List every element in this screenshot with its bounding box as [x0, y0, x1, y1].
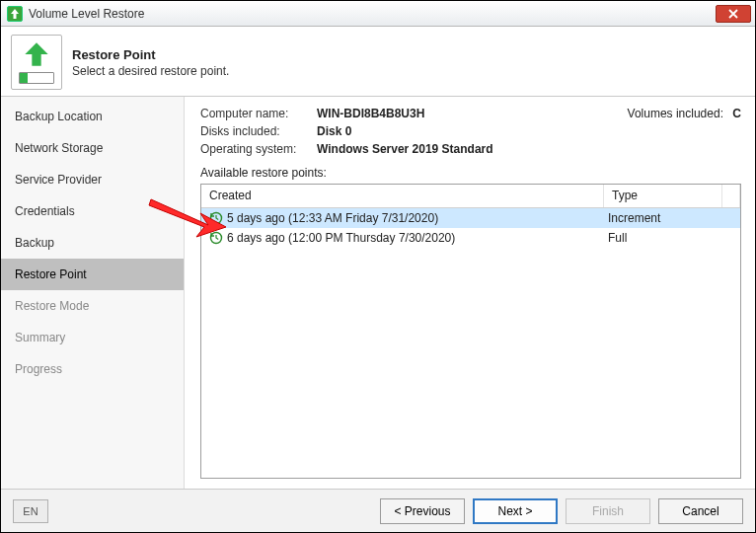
cell-type: Increment: [604, 211, 740, 225]
step-network-storage[interactable]: Network Storage: [1, 132, 184, 164]
cell-created: 6 days ago (12:00 PM Thursday 7/30/2020): [205, 231, 604, 245]
step-restore-point[interactable]: Restore Point: [1, 259, 184, 290]
wizard-header: Restore Point Select a desired restore p…: [1, 27, 755, 97]
window-title: Volume Level Restore: [29, 7, 716, 21]
available-restore-points-label: Available restore points:: [200, 166, 741, 180]
main-panel: Volumes included: C Computer name: WIN-B…: [185, 97, 755, 489]
col-type[interactable]: Type: [604, 185, 722, 207]
restore-points-grid: Created Type 5 days ago (12:33 AM Friday…: [200, 184, 741, 479]
wizard-body: Backup Location Network Storage Service …: [1, 97, 755, 489]
restore-icon: [11, 35, 62, 90]
wizard-header-text: Restore Point Select a desired restore p…: [72, 47, 229, 78]
app-icon: [7, 6, 23, 22]
page-subtitle: Select a desired restore point.: [72, 64, 229, 78]
computer-name-label: Computer name:: [200, 107, 317, 120]
computer-name-value: WIN-BDI8B4B8U3H: [317, 107, 424, 120]
step-restore-mode[interactable]: Restore Mode: [1, 290, 184, 322]
cell-type: Full: [604, 231, 740, 245]
step-backup[interactable]: Backup: [1, 227, 184, 259]
titlebar: Volume Level Restore: [1, 1, 755, 27]
row-created-text: 5 days ago (12:33 AM Friday 7/31/2020): [227, 211, 438, 225]
cell-created: 5 days ago (12:33 AM Friday 7/31/2020): [205, 211, 604, 225]
table-row[interactable]: 6 days ago (12:00 PM Thursday 7/30/2020)…: [201, 228, 740, 248]
wizard-footer: EN < Previous Next > Finish Cancel: [1, 489, 755, 532]
step-service-provider[interactable]: Service Provider: [1, 164, 184, 195]
os-value: Windows Server 2019 Standard: [317, 142, 493, 156]
volumes-label: Volumes included:: [628, 107, 723, 120]
os-row: Operating system: Windows Server 2019 St…: [200, 142, 741, 156]
row-created-text: 6 days ago (12:00 PM Thursday 7/30/2020): [227, 231, 455, 245]
restore-point-icon: [209, 211, 223, 225]
volumes-included: Volumes included: C: [628, 107, 741, 120]
wizard-window: Volume Level Restore Restore Point Selec…: [0, 0, 756, 533]
restore-point-icon: [209, 231, 223, 245]
wizard-steps: Backup Location Network Storage Service …: [1, 97, 185, 489]
grid-rows: 5 days ago (12:33 AM Friday 7/31/2020) I…: [201, 208, 740, 478]
grid-header: Created Type: [201, 185, 740, 208]
previous-button[interactable]: < Previous: [380, 498, 465, 524]
step-credentials[interactable]: Credentials: [1, 195, 184, 227]
disks-row: Disks included: Disk 0: [200, 124, 741, 138]
step-progress[interactable]: Progress: [1, 353, 184, 385]
finish-button: Finish: [566, 498, 650, 524]
col-spacer: [722, 185, 740, 207]
row-type-text: Increment: [608, 211, 660, 225]
volumes-value: C: [732, 107, 741, 120]
disks-label: Disks included:: [200, 124, 317, 138]
close-button[interactable]: [716, 5, 751, 23]
col-created[interactable]: Created: [201, 185, 604, 207]
os-label: Operating system:: [200, 142, 317, 156]
row-type-text: Full: [608, 231, 627, 245]
disks-value: Disk 0: [317, 124, 351, 138]
page-title: Restore Point: [72, 47, 229, 62]
table-row[interactable]: 5 days ago (12:33 AM Friday 7/31/2020) I…: [201, 208, 740, 228]
language-indicator[interactable]: EN: [13, 499, 48, 523]
cancel-button[interactable]: Cancel: [658, 498, 743, 524]
step-summary[interactable]: Summary: [1, 322, 184, 353]
step-backup-location[interactable]: Backup Location: [1, 101, 184, 132]
next-button[interactable]: Next >: [473, 498, 558, 524]
